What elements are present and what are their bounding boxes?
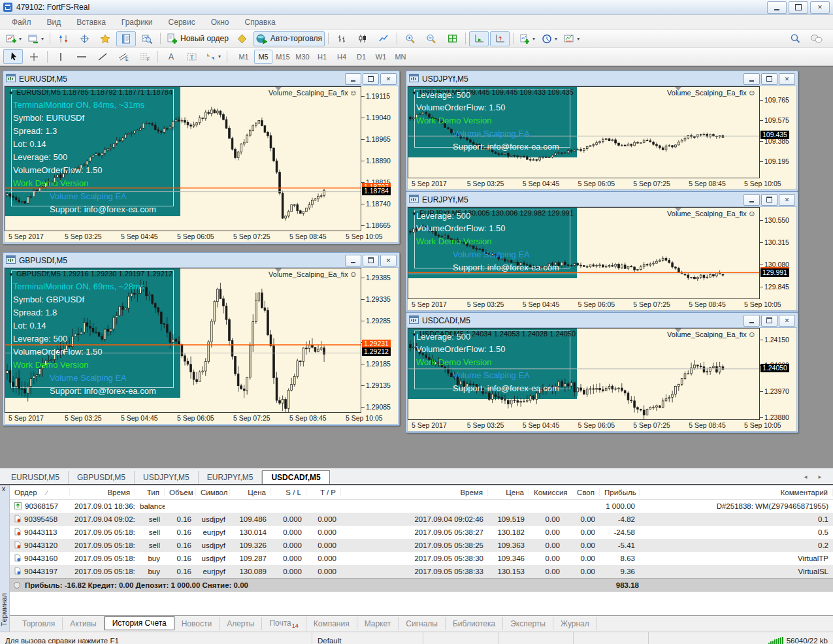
- terminal-tab-Новости[interactable]: Новости: [174, 617, 220, 630]
- terminal-tab-Активы[interactable]: Активы: [63, 617, 105, 630]
- tile-windows-icon[interactable]: [442, 31, 462, 46]
- menu-Графики[interactable]: Графики: [114, 18, 161, 27]
- chart-tab-GBPUSDf,M5[interactable]: GBPUSDf,M5: [69, 471, 135, 484]
- history-row[interactable]: 904431202017.09.05 05:18:21sell0.16usdjp…: [10, 539, 833, 552]
- zoom-in-icon[interactable]: [400, 31, 420, 46]
- chart-restore-button[interactable]: [363, 255, 379, 266]
- navigator-icon[interactable]: [95, 31, 115, 46]
- chart-tab-EURJPYf,M5[interactable]: EURJPYf,M5: [199, 471, 263, 484]
- chart-tab-EURUSDf,M5[interactable]: EURUSDf,M5: [3, 471, 69, 484]
- maximize-button[interactable]: [789, 1, 808, 14]
- chart-minimize-button[interactable]: [743, 73, 760, 85]
- column-header-Цена[interactable]: Цена: [230, 489, 271, 496]
- chart-close-button[interactable]: ✕: [779, 315, 795, 327]
- arrows-icon[interactable]: ▾: [203, 49, 223, 64]
- menu-Справка[interactable]: Справка: [237, 18, 284, 27]
- chart-close-button[interactable]: ✕: [380, 255, 397, 266]
- metaeditor-icon[interactable]: [233, 31, 252, 46]
- horizontal-line-icon[interactable]: [72, 49, 91, 64]
- minimize-button[interactable]: [767, 1, 787, 14]
- chart-plot-usdcad[interactable]: ▼USDCADf,M5 1.24034 1.24053 1.24028 1.24…: [408, 328, 760, 420]
- new-chart-icon[interactable]: ▾: [3, 31, 24, 46]
- vertical-line-icon[interactable]: [51, 49, 71, 64]
- terminal-tab-История Счета[interactable]: История Счета: [105, 616, 174, 630]
- terminal-close-button[interactable]: x: [2, 486, 5, 492]
- search-icon[interactable]: [785, 31, 805, 46]
- chart-shift-icon[interactable]: [490, 31, 510, 46]
- auto-scroll-icon[interactable]: [469, 31, 489, 46]
- terminal-tab-Журнал[interactable]: Журнал: [553, 617, 597, 630]
- timeframe-M30[interactable]: M30: [293, 50, 312, 64]
- column-header-Ордер[interactable]: Ордер∕: [10, 489, 70, 496]
- menu-Окно[interactable]: Окно: [203, 18, 237, 27]
- column-header-Своп[interactable]: Своп: [564, 489, 600, 496]
- chat-icon[interactable]: [806, 31, 826, 46]
- equidistant-channel-icon[interactable]: E: [114, 49, 133, 64]
- chart-title-bar[interactable]: USDCADf,M5✕: [407, 314, 797, 327]
- column-header-Время[interactable]: Время: [341, 489, 488, 496]
- column-header-Прибыль[interactable]: Прибыль: [600, 489, 640, 496]
- timeframe-M15[interactable]: M15: [274, 50, 292, 64]
- history-row[interactable]: 903681572017.09.01 18:36:29balance1 000.…: [10, 500, 833, 513]
- candlestick-chart-icon[interactable]: [353, 31, 372, 46]
- terminal-tab-Алерты[interactable]: Алерты: [220, 617, 262, 630]
- bar-chart-icon[interactable]: [332, 31, 351, 46]
- chart-tab-USDJPYf,M5[interactable]: USDJPYf,M5: [135, 471, 199, 484]
- timeframe-W1[interactable]: W1: [372, 50, 390, 64]
- chart-close-button[interactable]: ✕: [779, 73, 795, 85]
- chart-minimize-button[interactable]: [743, 194, 760, 206]
- timeframe-H1[interactable]: H1: [313, 50, 331, 64]
- terminal-tab-Маркет[interactable]: Маркет: [357, 617, 399, 630]
- column-header-Комиссия[interactable]: Комиссия: [529, 489, 564, 496]
- data-window-icon[interactable]: [74, 31, 94, 46]
- menu-Вид[interactable]: Вид: [39, 18, 69, 27]
- menu-Сервис[interactable]: Сервис: [161, 18, 203, 27]
- chart-plot-eurjpy[interactable]: ▼EURJPYf,M5 130.005 130.006 129.982 129.…: [408, 207, 760, 299]
- terminal-tab-Компания[interactable]: Компания: [306, 617, 357, 630]
- menu-Вставка[interactable]: Вставка: [69, 18, 114, 27]
- templates-icon[interactable]: ▾: [561, 31, 582, 46]
- chart-plot-eurusd[interactable]: ▼EURUSDf,M5 1.18785 1.18792 1.18771 1.18…: [5, 86, 361, 231]
- column-header-Время[interactable]: Время: [70, 489, 135, 496]
- column-header-S / L[interactable]: S / L: [271, 489, 306, 496]
- periods-icon[interactable]: ▾: [539, 31, 560, 46]
- history-row[interactable]: 904431602017.09.05 05:18:22buy0.16usdjpy…: [10, 552, 833, 565]
- terminal-side-label[interactable]: Терминал: [0, 593, 9, 626]
- chart-minimize-button[interactable]: [743, 315, 760, 327]
- line-chart-icon[interactable]: [374, 31, 393, 46]
- timeframe-D1[interactable]: D1: [352, 50, 370, 64]
- profiles-icon[interactable]: ▾: [25, 31, 46, 46]
- terminal-icon[interactable]: [116, 31, 136, 46]
- column-header-Объем[interactable]: Объем: [165, 489, 196, 496]
- column-header-Символ[interactable]: Символ: [196, 489, 230, 496]
- menu-Файл[interactable]: Файл: [4, 18, 39, 27]
- chart-close-button[interactable]: ✕: [380, 73, 397, 85]
- chart-minimize-button[interactable]: [345, 73, 361, 85]
- text-icon[interactable]: A: [161, 49, 181, 64]
- text-label-icon[interactable]: T: [182, 49, 202, 64]
- chart-close-button[interactable]: ✕: [779, 194, 795, 206]
- timeframe-M5[interactable]: M5: [254, 50, 272, 64]
- strategy-tester-icon[interactable]: [137, 31, 157, 46]
- terminal-tab-Почта[interactable]: Почта14: [262, 617, 306, 631]
- indicators-icon[interactable]: ▾: [517, 31, 538, 46]
- fibonacci-icon[interactable]: F: [135, 49, 154, 64]
- chart-restore-button[interactable]: [363, 73, 379, 85]
- cursor-icon[interactable]: [3, 49, 23, 64]
- chart-title-bar[interactable]: USDJPYf,M5✕: [407, 72, 797, 86]
- terminal-tab-Эксперты[interactable]: Эксперты: [503, 617, 553, 630]
- auto-trading-button[interactable]: Авто-торговля: [253, 31, 325, 46]
- crosshair-icon[interactable]: [24, 49, 44, 64]
- chart-title-bar[interactable]: GBPUSDf,M5✕: [4, 253, 399, 267]
- column-header-Комментарий[interactable]: Комментарий: [640, 489, 833, 496]
- terminal-tab-Библиотека[interactable]: Библиотека: [446, 617, 503, 630]
- history-row[interactable]: 903954582017.09.04 09:02:45sell0.16usdjp…: [10, 513, 833, 526]
- chart-tab-USDCADf,M5[interactable]: USDCADf,M5: [262, 470, 329, 484]
- timeframe-H4[interactable]: H4: [333, 50, 351, 64]
- terminal-tab-Торговля[interactable]: Торговля: [15, 617, 63, 630]
- chart-plot-gbpusd[interactable]: ▼GBPUSDf,M5 1.29216 1.29230 1.29197 1.29…: [5, 268, 361, 413]
- timeframe-MN[interactable]: MN: [391, 50, 410, 64]
- zoom-out-icon[interactable]: [421, 31, 441, 46]
- history-row[interactable]: 904431132017.09.05 05:18:21sell0.16eurjp…: [10, 526, 833, 539]
- close-button[interactable]: ✕: [810, 1, 830, 14]
